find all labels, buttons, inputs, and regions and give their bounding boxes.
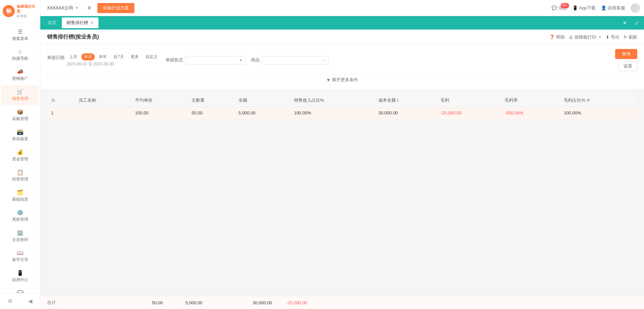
logo-text: 畅康通好生意 标准版 <box>17 4 37 18</box>
refresh-button[interactable]: ↻ 刷新 <box>624 34 637 40</box>
help-button[interactable]: ❓ 帮助 <box>549 34 565 40</box>
sidebar-icon-system: ⚙️ <box>17 209 24 216</box>
sidebar-item-quick-nav[interactable]: ⌂快捷导航 <box>1 45 39 65</box>
date-tab-this-month[interactable]: 本月 <box>81 53 95 60</box>
date-tab-last-month[interactable]: 上月 <box>67 53 80 60</box>
cell-avg-price: 100.00 <box>131 107 187 119</box>
export-button[interactable]: ⬇ 导出 <box>606 34 619 40</box>
settings-config-button[interactable]: 设置 <box>618 61 637 71</box>
col-settings-icon[interactable]: ⚙ <box>51 98 55 103</box>
sidebar-item-inventory[interactable]: 🗃️库存核算 <box>1 125 39 145</box>
sidebar-label-system: 系统管理 <box>12 217 28 222</box>
refresh-icon: ↻ <box>624 35 627 40</box>
page-header: 销售排行榜(按业务员) ❓ 帮助 🖨 按模板打印 ▼ ⬇ 导出 ↻ 刷新 <box>40 30 644 45</box>
logo: 畅 畅康通好生意 标准版 <box>0 0 40 23</box>
col-quantity: 主数量 <box>187 94 234 107</box>
print-arrow-icon[interactable]: ▼ <box>598 35 602 39</box>
sidebar-item-enterprise[interactable]: 🏢企业协同 <box>1 226 39 246</box>
sidebar-icon-search-order: ☰ <box>18 29 23 35</box>
action-buttons: 查询 设置 <box>615 49 637 71</box>
sidebar-item-app-center[interactable]: 📱应用中心 <box>1 266 39 286</box>
table-row: 1 100.00 50.00 5,000.00 100.00% 30,000.0… <box>47 107 637 119</box>
cell-rank: 1 <box>47 107 75 119</box>
sidebar-item-sales[interactable]: 🛒销售管理 <box>1 85 39 105</box>
sidebar-item-marketing[interactable]: 📣营销推广 <box>1 65 39 85</box>
col-rank[interactable]: ⚙ <box>47 94 75 107</box>
topbar-settings-button[interactable]: ⚙ <box>85 3 94 13</box>
app-download-icon: 📱 <box>572 5 578 10</box>
tab-close-all-icon[interactable]: ✕ <box>620 18 629 28</box>
online-service-label: 在线客服 <box>608 5 625 11</box>
footer-quantity: 50.00 <box>148 300 181 305</box>
help-label: 帮助 <box>556 34 565 40</box>
col-gross: 毛利 <box>436 94 501 107</box>
app-download-label: App下载 <box>579 5 596 11</box>
print-button[interactable]: 🖨 按模板打印 ▼ <box>569 34 602 40</box>
trial-button[interactable]: 体验行业方案 <box>97 3 134 13</box>
collapse-icon[interactable]: ◀ <box>27 297 34 306</box>
date-range-text: 2023-06-01 至 2023-06-30 <box>67 61 160 67</box>
date-tab-custom[interactable]: 自定义 <box>143 53 160 60</box>
goods-input[interactable]: ··· <box>262 56 329 64</box>
message-button[interactable]: 💬 消息 99+ <box>552 5 567 11</box>
tab-sales-rank[interactable]: 销售排行榜 ✕ <box>62 17 98 28</box>
cost-info-icon: ℹ <box>397 98 398 102</box>
sidebar-item-search-order[interactable]: ☰搜索菜单 <box>1 25 39 45</box>
date-tab-last-7days[interactable]: 近7天 <box>111 53 127 60</box>
online-service-button[interactable]: 👤 在线客服 <box>601 5 625 11</box>
status-filter-label: 单据状态 <box>166 57 183 63</box>
table-container: ⚙ 员工名称 平均单价 主数量 全额 销售收入占比% 成本全额 ℹ 毛利 毛利率… <box>40 90 644 296</box>
sidebar-item-operations[interactable]: 📋经营管理 <box>1 166 39 186</box>
sidebar-icon-app-center: 📱 <box>17 270 24 276</box>
goods-more-icon: ··· <box>322 58 326 63</box>
status-select[interactable]: ▼ <box>185 56 246 64</box>
sidebar-label-marketing: 营销推广 <box>12 76 28 82</box>
sidebar-icon-purchase: 📦 <box>17 109 24 115</box>
date-tab-more[interactable]: 更多 <box>128 53 141 60</box>
settings-footer-icon[interactable]: ⚙ <box>6 297 14 306</box>
sidebar-item-guide[interactable]: 📖新手引导 <box>1 246 39 266</box>
col-employee: 员工名称 <box>75 94 131 107</box>
sidebar-label-basic-info: 基础信息 <box>12 197 28 202</box>
tab-home[interactable]: 首页 <box>43 17 61 28</box>
cell-cost: 30,000.00 <box>374 107 436 119</box>
tab-sales-rank-close[interactable]: ✕ <box>90 20 94 25</box>
logo-icon: 畅 <box>3 5 15 17</box>
cell-sales-ratio: 100.00% <box>290 107 374 119</box>
table-head: ⚙ 员工名称 平均单价 主数量 全额 销售收入占比% 成本全额 ℹ 毛利 毛利率… <box>47 94 637 107</box>
sidebar-item-purchase[interactable]: 📦采购管理 <box>1 105 39 125</box>
status-select-value <box>188 58 189 63</box>
company-selector[interactable]: XXXXXX公司 ▼ <box>44 4 81 12</box>
export-label: 导出 <box>611 34 619 40</box>
sidebar-icon-enterprise-wechat: 💬 <box>17 290 24 293</box>
online-service-icon: 👤 <box>601 5 606 10</box>
print-label: 按模板打印 <box>574 34 596 40</box>
sidebar-item-basic-info[interactable]: 🗂️基础信息 <box>1 186 39 206</box>
footer-gross: -25,000.00 <box>282 300 316 305</box>
cell-gross-rate: -500.00% <box>501 107 560 119</box>
sidebar-item-finance[interactable]: 💰资金管理 <box>1 146 39 165</box>
col-gross-ratio: 毛利占比% ▶ <box>560 94 637 107</box>
content: 销售排行榜(按业务员) ❓ 帮助 🖨 按模板打印 ▼ ⬇ 导出 ↻ 刷新 <box>40 30 644 309</box>
query-button[interactable]: 查询 <box>615 49 637 59</box>
filter-bar: 单据日期 上月 本月 本年 近7天 更多 自定义 2023-06-01 至 20… <box>40 45 644 90</box>
sidebar-item-enterprise-wechat[interactable]: 💬企业微信 <box>1 287 39 293</box>
expand-conditions-button[interactable]: ▼ 展开更多条件 <box>326 77 358 83</box>
cell-amount: 5,000.00 <box>234 107 290 119</box>
avatar[interactable] <box>631 3 640 13</box>
main: XXXXXX公司 ▼ ⚙ 体验行业方案 💬 消息 99+ 📱 App下载 👤 在… <box>40 0 644 309</box>
date-tabs-container: 上月 本月 本年 近7天 更多 自定义 2023-06-01 至 2023-06… <box>67 53 160 67</box>
date-tab-this-year[interactable]: 本年 <box>96 53 110 60</box>
tab-expand-icon[interactable]: ⤢ <box>632 18 641 28</box>
date-filter-group: 单据日期 上月 本月 本年 近7天 更多 自定义 2023-06-01 至 20… <box>47 53 160 67</box>
tab-home-label: 首页 <box>48 20 56 26</box>
goods-filter-group: 商品 ··· <box>251 56 329 64</box>
sidebar-label-quick-nav: 快捷导航 <box>12 56 28 61</box>
print-icon: 🖨 <box>569 35 573 40</box>
col-cost: 成本全额 ℹ <box>374 94 436 107</box>
sidebar-item-system[interactable]: ⚙️系统管理 <box>1 206 39 226</box>
app-download-button[interactable]: 📱 App下载 <box>572 5 596 11</box>
tab-sales-rank-label: 销售排行榜 <box>67 20 88 26</box>
table-header-row: ⚙ 员工名称 平均单价 主数量 全额 销售收入占比% 成本全额 ℹ 毛利 毛利率… <box>47 94 637 107</box>
filter-row: 单据日期 上月 本月 本年 近7天 更多 自定义 2023-06-01 至 20… <box>47 49 637 71</box>
